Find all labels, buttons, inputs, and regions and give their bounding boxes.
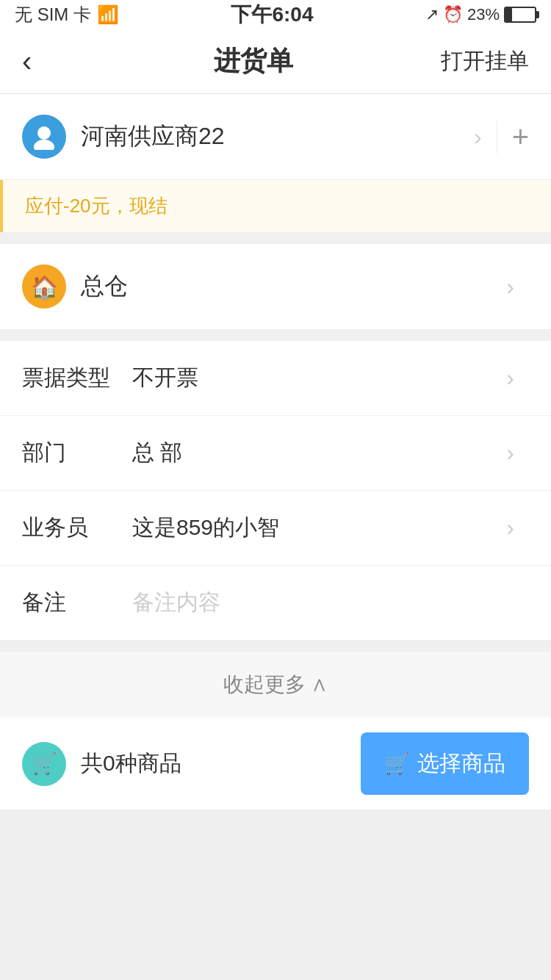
department-value: 总 部 — [118, 438, 506, 468]
form-card: 票据类型 不开票 › 部门 总 部 › 业务员 这是859的小智 › 备注 备注… — [0, 341, 551, 640]
department-chevron-icon: › — [506, 439, 514, 466]
salesperson-label: 业务员 — [22, 513, 118, 543]
nav-bar: ‹ 进货单 打开挂单 — [0, 29, 551, 94]
select-btn-icon: 🛒 — [384, 752, 410, 776]
cart-symbol: 🛒 — [32, 752, 57, 776]
warehouse-row[interactable]: 🏠 总仓 › — [0, 244, 551, 329]
person-icon — [31, 123, 57, 150]
info-banner: 应付-20元，现结 — [0, 180, 551, 232]
content-area: 河南供应商22 › + 应付-20元，现结 🏠 总仓 › 票据类型 不开票 › … — [0, 94, 551, 980]
collapse-text: 收起更多 ∧ — [223, 671, 328, 699]
salesperson-chevron-icon: › — [506, 514, 514, 541]
product-count-text: 共0种商品 — [81, 749, 361, 779]
svg-point-1 — [34, 140, 54, 150]
location-icon: ↗ — [425, 5, 439, 24]
supplier-row[interactable]: 河南供应商22 › + — [0, 94, 551, 180]
collapse-row[interactable]: 收起更多 ∧ — [0, 652, 551, 718]
invoice-chevron-icon: › — [506, 364, 514, 392]
wifi-icon: 📶 — [97, 4, 119, 25]
alarm-icon: ⏰ — [443, 5, 463, 24]
warehouse-chevron-icon: › — [506, 273, 514, 300]
remark-row[interactable]: 备注 备注内容 — [0, 566, 551, 640]
supplier-avatar — [22, 115, 66, 159]
invoice-type-value: 不开票 — [118, 363, 506, 393]
battery-icon — [504, 7, 536, 23]
supplier-card: 河南供应商22 › + 应付-20元，现结 — [0, 94, 551, 232]
product-cart-icon: 🛒 — [22, 742, 66, 786]
add-supplier-button[interactable]: + — [497, 120, 529, 154]
info-banner-text: 应付-20元，现结 — [25, 195, 168, 217]
status-time: 下午6:04 — [231, 1, 313, 29]
invoice-type-label: 票据类型 — [22, 363, 118, 393]
carrier-text: 无 SIM 卡 — [15, 3, 91, 26]
invoice-type-row[interactable]: 票据类型 不开票 › — [0, 341, 551, 416]
status-bar: 无 SIM 卡 📶 下午6:04 ↗ ⏰ 23% — [0, 0, 551, 29]
warehouse-icon: 🏠 — [22, 264, 66, 309]
supplier-chevron-icon: › — [474, 123, 482, 151]
status-right: ↗ ⏰ 23% — [425, 5, 536, 24]
department-label: 部门 — [22, 438, 118, 468]
status-left: 无 SIM 卡 📶 — [15, 3, 119, 26]
remark-label: 备注 — [22, 588, 118, 618]
select-product-button[interactable]: 🛒 选择商品 — [361, 732, 529, 795]
department-row[interactable]: 部门 总 部 › — [0, 416, 551, 491]
house-icon: 🏠 — [31, 274, 58, 300]
svg-point-0 — [37, 126, 51, 140]
warehouse-card: 🏠 总仓 › — [0, 244, 551, 329]
open-pending-button[interactable]: 打开挂单 — [441, 46, 529, 76]
salesperson-value: 这是859的小智 — [118, 513, 506, 543]
remark-input[interactable]: 备注内容 — [118, 588, 529, 618]
salesperson-row[interactable]: 业务员 这是859的小智 › — [0, 491, 551, 566]
select-btn-label: 选择商品 — [417, 749, 505, 779]
warehouse-name: 总仓 — [81, 270, 506, 303]
grey-area — [0, 810, 551, 980]
battery-percent: 23% — [467, 5, 500, 24]
supplier-name: 河南供应商22 — [81, 120, 474, 153]
back-button[interactable]: ‹ — [22, 45, 66, 78]
page-title: 进货单 — [214, 43, 293, 79]
bottom-product-bar: 🛒 共0种商品 🛒 选择商品 — [0, 718, 551, 810]
